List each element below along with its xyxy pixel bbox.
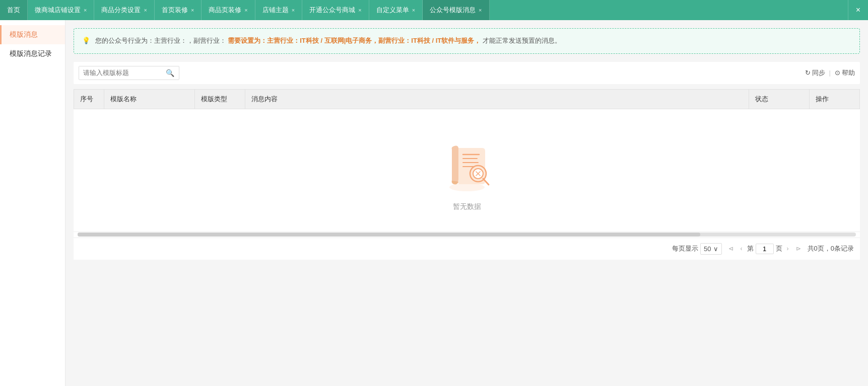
nav-tab-store-settings-label: 微商城店铺设置 <box>35 6 81 15</box>
sidebar-item-template-msg-records[interactable]: 模版消息记录 <box>0 44 65 63</box>
nav-tab-custom-menu[interactable]: 自定义菜单 × <box>369 0 423 20</box>
nav-tab-template-msg[interactable]: 公众号模版消息 × <box>423 0 489 20</box>
col-header-status: 状态 <box>749 89 810 109</box>
page-label-pre: 第 <box>747 244 754 253</box>
sync-label: 同步 <box>812 68 825 78</box>
nav-tab-category-settings-label: 商品分类设置 <box>101 6 141 15</box>
empty-state-illustration <box>437 139 497 195</box>
content-area: 💡 您的公众号行业为：主营行业：，副营行业： 需要设置为：主营行业：IT科技 /… <box>65 20 868 386</box>
horizontal-scrollbar[interactable] <box>74 231 860 238</box>
page-size-value: 50 <box>704 245 711 253</box>
nav-tab-product-decor-label: 商品页装修 <box>209 6 241 15</box>
nav-tab-home-label: 首页 <box>7 6 20 15</box>
notice-lightbulb-icon: 💡 <box>82 37 90 44</box>
sidebar-item-template-msg[interactable]: 模版消息 <box>0 25 65 44</box>
page-size-dropdown[interactable]: 50 ∨ <box>700 243 721 255</box>
page-size-label: 每页显示 <box>672 244 698 253</box>
close-tab-store-theme-icon[interactable]: × <box>292 7 295 13</box>
search-icon: 🔍 <box>166 69 174 77</box>
toolbar-row: 🔍 ↻ 同步 | ⊙ 帮助 <box>74 62 860 84</box>
col-header-type: 模版类型 <box>195 89 245 109</box>
next-page-button[interactable]: › <box>784 244 791 253</box>
nav-tab-store-theme-label: 店铺主题 <box>262 6 289 15</box>
table-empty-row: 暂无数据 <box>74 109 860 231</box>
search-input[interactable] <box>79 66 162 79</box>
close-tab-product-decor-icon[interactable]: × <box>244 7 247 13</box>
nav-tab-store-theme[interactable]: 店铺主题 × <box>255 0 302 20</box>
page-label-post: 页 <box>776 244 782 253</box>
nav-tab-homepage-decor-label: 首页装修 <box>162 6 188 15</box>
nav-tab-open-mall[interactable]: 开通公众号商城 × <box>302 0 369 20</box>
table-header-row: 序号 模版名称 模版类型 消息内容 状态 操作 <box>74 89 860 109</box>
prev-page-button[interactable]: ‹ <box>738 244 745 253</box>
notice-highlight: 需要设置为：主营行业：IT科技 / 互联网|电子商务，副营行业：IT科技 / I… <box>228 37 481 44</box>
scrollbar-thumb[interactable] <box>78 233 700 237</box>
close-tab-template-msg-icon[interactable]: × <box>479 7 482 13</box>
help-label: 帮助 <box>842 68 855 78</box>
notice-banner: 💡 您的公众号行业为：主营行业：，副营行业： 需要设置为：主营行业：IT科技 /… <box>74 28 860 54</box>
nav-tab-store-settings[interactable]: 微商城店铺设置 × <box>28 0 94 20</box>
search-button[interactable]: 🔍 <box>162 66 178 80</box>
first-page-button[interactable]: ⊲ <box>726 244 736 253</box>
empty-state-text: 暂无数据 <box>74 202 860 211</box>
close-tab-store-settings-icon[interactable]: × <box>84 7 87 13</box>
nav-tab-open-mall-label: 开通公众号商城 <box>309 6 355 15</box>
empty-state: 暂无数据 <box>74 109 860 231</box>
help-circle-icon: ⊙ <box>835 69 840 76</box>
sidebar: 模版消息 模版消息记录 <box>0 20 65 386</box>
search-box: 🔍 <box>79 66 179 80</box>
close-tab-homepage-decor-icon[interactable]: × <box>191 7 194 13</box>
top-nav: 首页 微商城店铺设置 × 商品分类设置 × 首页装修 × 商品页装修 × 店铺主… <box>0 0 868 20</box>
close-tab-custom-menu-icon[interactable]: × <box>412 7 415 13</box>
nav-tab-product-decor[interactable]: 商品页装修 × <box>202 0 255 20</box>
col-header-content: 消息内容 <box>245 89 749 109</box>
sidebar-item-template-msg-records-label: 模版消息记录 <box>10 49 52 57</box>
main-layout: 模版消息 模版消息记录 💡 您的公众号行业为：主营行业：，副营行业： 需要设置为… <box>0 20 868 386</box>
nav-tab-custom-menu-label: 自定义菜单 <box>376 6 409 15</box>
scrollbar-track[interactable] <box>78 233 856 237</box>
nav-close-all-button[interactable]: × <box>848 0 868 20</box>
page-number-input[interactable] <box>756 244 774 254</box>
close-tab-category-settings-icon[interactable]: × <box>144 7 147 13</box>
nav-tab-homepage-decor[interactable]: 首页装修 × <box>155 0 202 20</box>
notice-suffix: 才能正常发送预置的消息。 <box>483 37 561 44</box>
sidebar-item-template-msg-label: 模版消息 <box>10 30 38 38</box>
nav-tab-category-settings[interactable]: 商品分类设置 × <box>94 0 154 20</box>
last-page-button[interactable]: ⊳ <box>793 244 804 253</box>
chevron-down-icon: ∨ <box>713 245 718 253</box>
col-header-action: 操作 <box>810 89 860 109</box>
col-header-index: 序号 <box>74 89 104 109</box>
page-navigation: ⊲ ‹ 第 页 › ⊳ <box>726 244 804 254</box>
data-table: 序号 模版名称 模版类型 消息内容 状态 操作 <box>74 89 860 231</box>
svg-point-0 <box>449 183 485 191</box>
total-info: 共0页，0条记录 <box>808 244 854 253</box>
sync-icon: ↻ <box>805 69 811 76</box>
close-tab-open-mall-icon[interactable]: × <box>358 7 361 13</box>
help-button[interactable]: ⊙ 帮助 <box>835 68 855 78</box>
page-size-select: 每页显示 50 ∨ <box>672 243 721 255</box>
sync-button[interactable]: ↻ 同步 <box>805 68 825 78</box>
pagination-row: 每页显示 50 ∨ ⊲ ‹ 第 页 › ⊳ 共0页，0条记录 <box>74 238 860 260</box>
toolbar-right: ↻ 同步 | ⊙ 帮助 <box>805 68 855 78</box>
col-header-name: 模版名称 <box>104 89 195 109</box>
notice-prefix: 您的公众号行业为：主营行业：，副营行业： <box>95 37 226 44</box>
nav-tab-template-msg-label: 公众号模版消息 <box>430 6 476 15</box>
nav-tab-home[interactable]: 首页 <box>0 0 28 20</box>
toolbar-divider: | <box>829 69 831 76</box>
